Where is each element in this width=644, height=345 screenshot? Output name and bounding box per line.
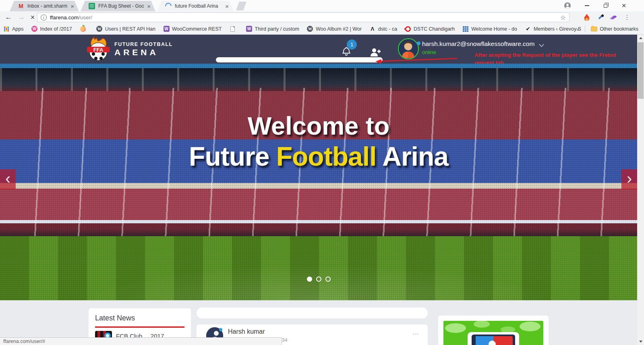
divider [585,26,585,32]
link-status-bar: ffarena.com/user/# [0,337,282,345]
woocommerce-icon: W [164,26,170,32]
window-minimize-button[interactable] [580,0,594,11]
tab-ffa-bug-sheet[interactable]: FFA Bug Sheet - Google S × [81,1,155,11]
hero-carousel: Welcome to Future Football Arina ‹ › [0,64,637,300]
browser-menu-button[interactable]: ⋮ [622,12,632,22]
bookmark-item[interactable] [229,26,238,32]
red-divider [95,326,184,328]
back-button[interactable]: ← [3,12,14,22]
extension-colorpicker-button[interactable] [595,12,606,22]
post-menu-button[interactable]: ... [413,329,419,336]
online-dot [219,328,222,331]
extension-flame-button[interactable] [582,12,592,22]
profile-icon [564,2,571,9]
stop-button[interactable]: × [27,12,38,22]
checkmark-icon: ✔ [526,26,530,32]
window-restore-button[interactable] [598,0,612,11]
flame-icon [584,14,590,21]
carousel-next-button[interactable]: › [621,169,637,189]
kebab-menu-icon: ⋮ [624,14,630,21]
arrow-up-icon [639,37,642,39]
peach-icon [80,26,86,32]
tab-future-football-arina[interactable]: future Football Arina × [157,1,234,11]
woocommerce-icon: W [246,26,252,32]
composer-bar[interactable] [197,308,428,318]
tab-close-icon[interactable]: × [147,3,151,9]
latest-news-title: Latest News [95,314,184,322]
bookmark-item[interactable]: WIndex of /2017 [31,26,72,32]
tab-title: future Football Arina [175,3,222,9]
arrow-down-icon [639,341,642,343]
other-bookmarks-button[interactable]: Other bookmarks [591,26,638,32]
eyedropper-icon [597,14,604,21]
logo-text-line2: ARENA [114,48,173,57]
post-author-name[interactable]: Harsh kumar [228,328,265,335]
address-bar[interactable]: i ffarena.com/user/ ☆ [37,12,569,22]
bookmark-item[interactable]: Welcome Home - do [462,26,517,32]
browser-titlebar: M Inbox - amit.sharma@sn × FFA Bug Sheet… [0,0,644,11]
bookmark-item[interactable]: DSTC Chandigarh [405,26,455,32]
svg-text:FFA: FFA [93,47,104,53]
wampserver-icon: W [31,26,37,32]
carousel-dot-1[interactable] [307,276,312,282]
football-promo-image [443,321,543,345]
browser-toolbar: ← → × i ffarena.com/user/ ☆ ⋮ [0,11,644,23]
annotation-arrow [375,56,459,64]
carousel-dot-3[interactable] [325,276,331,282]
site-header: FFA FUTURE FOOTBALL ARENA 1 har [0,35,637,64]
online-dot [417,42,420,45]
minimize-icon [585,5,589,6]
hero-title-line1: Welcome to [0,111,637,140]
bookmark-item[interactable]: WThird party / custom [246,26,299,32]
google-sheets-icon [89,3,95,9]
hero-title-line2: Future Football Arina [0,141,637,172]
carousel-prev-button[interactable]: ‹ [0,169,16,189]
apps-grid-icon [4,26,9,32]
tab-close-icon[interactable]: × [70,3,74,9]
tab-close-icon[interactable]: × [225,3,229,9]
header-search-bar[interactable] [216,57,383,62]
scrollbar-thumb[interactable] [638,42,644,99]
browser-profile-button[interactable] [561,0,574,11]
caret-icon: Λ [371,26,375,32]
forward-button[interactable]: → [16,12,27,22]
scroll-down-button[interactable] [637,338,644,345]
bookmarks-overflow-button[interactable]: » [576,26,579,32]
loading-spinner-icon [164,2,173,11]
window-close-button[interactable]: × [617,0,631,11]
logo-text-line1: FUTURE FOOTBALL [114,42,173,47]
bookmark-item[interactable] [80,26,89,32]
restore-icon [604,4,607,8]
tab-title: Inbox - amit.sharma@sn [27,3,67,9]
page-scrollbar[interactable] [637,35,644,345]
ffa-logo-icon: FFA [86,36,111,62]
bookmark-item[interactable]: WWoo Album #2 | Wor [307,26,362,32]
chevron-down-icon[interactable] [539,42,544,47]
bookmark-star-icon[interactable]: ☆ [560,14,566,21]
carousel-indicators [0,276,637,282]
promo-card[interactable] [438,316,549,345]
tab-gmail[interactable]: M Inbox - amit.sharma@sn × [10,1,79,11]
dstc-icon [404,25,412,33]
bookmarks-bar: Apps WIndex of /2017 WUsers | REST API H… [0,23,644,35]
scroll-up-button[interactable] [637,35,644,42]
blue-grid-icon [463,26,468,32]
new-tab-button[interactable] [236,2,246,10]
avatar-illustration [399,39,418,58]
bookmark-item[interactable]: WUsers | REST API Han [96,26,155,32]
wordpress-icon: W [307,26,313,32]
notification-count-badge[interactable]: 1 [347,39,357,50]
folder-icon [591,27,597,31]
tab-title: FFA Bug Sheet - Google S [98,3,144,9]
bookmark-item[interactable]: Λdstc - ca [369,26,397,32]
bookmark-apps[interactable]: Apps [3,26,24,32]
extension-feather-button[interactable] [608,12,619,22]
user-email[interactable]: harsh.kumar2@snowflakessoftware.com [422,40,534,48]
carousel-dot-2[interactable] [316,276,321,282]
site-logo[interactable]: FFA FUTURE FOOTBALL ARENA [86,35,191,63]
url-text: ffarena.com/user/ [50,15,92,21]
bookmark-item[interactable]: ✔Members ‹ Girevoy S [525,26,581,32]
page-info-icon[interactable]: i [41,15,47,21]
bookmark-item[interactable]: WWooCommerce REST [163,26,222,32]
user-online-status: online [422,49,436,55]
